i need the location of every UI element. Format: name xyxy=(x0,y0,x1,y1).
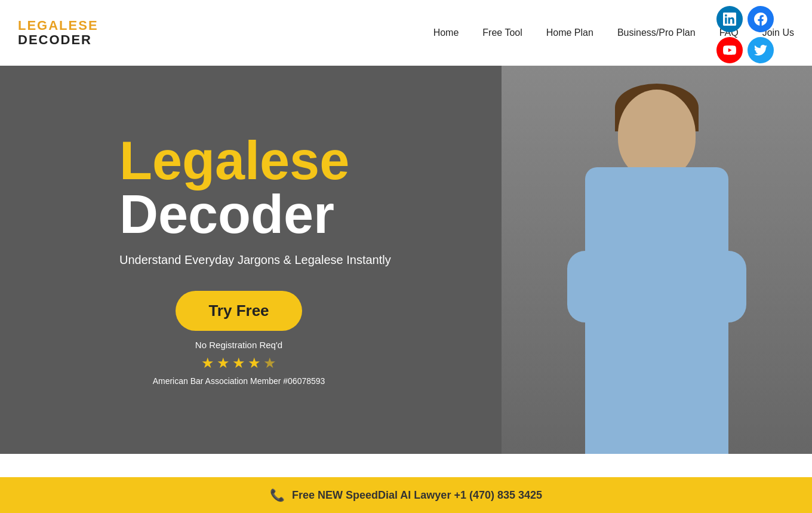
hero-subtitle: Understand Everyday Jargons & Legalese I… xyxy=(119,253,391,267)
nav-home-plan[interactable]: Home Plan xyxy=(546,27,593,38)
header: LEGALESE DECODER Home Free Tool Home Pla… xyxy=(0,0,812,66)
logo-top: LEGALESE xyxy=(18,19,99,33)
bottom-bar-text: Free NEW SpeedDial AI Lawyer +1 (470) 83… xyxy=(292,489,542,502)
star-2: ★ xyxy=(217,355,230,371)
nav-business-pro-plan[interactable]: Business/Pro Plan xyxy=(617,27,696,38)
nav-home[interactable]: Home xyxy=(433,27,459,38)
star-5-half: ★ xyxy=(263,355,276,371)
hero-content: Legalese Decoder Understand Everyday Jar… xyxy=(0,134,391,386)
star-3: ★ xyxy=(232,355,245,371)
hero-section: Legalese Decoder Understand Everyday Jar… xyxy=(0,66,812,454)
no-registration-text: No Registration Req'd xyxy=(119,340,358,350)
linkedin-icon[interactable] xyxy=(716,6,743,32)
person-figure xyxy=(531,72,782,454)
person-arms xyxy=(567,251,746,322)
nav-free-tool[interactable]: Free Tool xyxy=(482,27,522,38)
youtube-icon[interactable] xyxy=(716,37,743,63)
star-rating: ★ ★ ★ ★ ★ xyxy=(119,355,358,371)
facebook-icon[interactable] xyxy=(748,6,774,32)
bottom-cta-bar[interactable]: 📞 Free NEW SpeedDial AI Lawyer +1 (470) … xyxy=(0,477,812,513)
hero-person-image xyxy=(502,66,812,454)
hero-title-yellow: Legalese xyxy=(119,134,391,188)
hero-title-white: Decoder xyxy=(119,188,391,241)
phone-icon: 📞 xyxy=(270,488,285,502)
aba-member-text: American Bar Association Member #0607859… xyxy=(119,376,358,386)
star-4: ★ xyxy=(248,355,261,371)
twitter-icon[interactable] xyxy=(748,37,774,63)
logo[interactable]: LEGALESE DECODER xyxy=(18,19,99,47)
try-free-button[interactable]: Try Free xyxy=(176,291,302,331)
social-icons xyxy=(716,6,794,63)
logo-bottom: DECODER xyxy=(18,33,99,47)
star-1: ★ xyxy=(201,355,214,371)
